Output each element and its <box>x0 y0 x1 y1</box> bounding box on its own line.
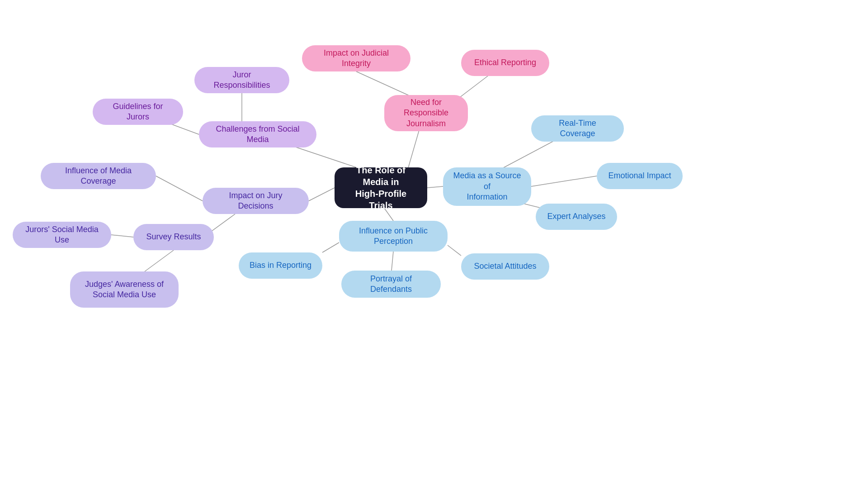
expert-analyses-node: Expert Analyses <box>536 204 617 230</box>
svg-line-13 <box>111 235 133 237</box>
guidelines-jurors-label: Guidelines for Jurors <box>103 101 173 123</box>
impact-jury-node: Impact on Jury Decisions <box>203 188 309 214</box>
portrayal-defendants-label: Portrayal of Defendants <box>351 274 431 295</box>
survey-results-label: Survey Results <box>146 232 201 242</box>
realtime-coverage-node: Real-Time Coverage <box>531 115 624 142</box>
influence-media-cov-node: Influence of Media Coverage <box>41 163 156 189</box>
realtime-coverage-label: Real-Time Coverage <box>541 118 614 139</box>
ethical-reporting-node: Ethical Reporting <box>461 50 549 76</box>
expert-analyses-label: Expert Analyses <box>547 211 605 222</box>
ethical-reporting-label: Ethical Reporting <box>474 57 536 68</box>
svg-line-18 <box>448 245 461 256</box>
need-responsible-label: Need for Responsible Journalism <box>394 97 458 129</box>
need-responsible-node: Need for Responsible Journalism <box>384 95 468 131</box>
survey-results-node: Survey Results <box>133 224 214 250</box>
svg-line-8 <box>531 176 597 186</box>
svg-line-14 <box>145 250 174 271</box>
impact-judicial-node: Impact on Judicial Integrity <box>302 45 410 71</box>
svg-line-6 <box>427 186 443 188</box>
jurors-social-node: Jurors' Social Media Use <box>13 222 111 248</box>
societal-attitudes-label: Societal Attitudes <box>474 261 536 271</box>
emotional-impact-node: Emotional Impact <box>597 163 683 189</box>
center-label: The Role of Media in High-Profile Trials <box>344 164 417 211</box>
svg-line-16 <box>322 243 339 252</box>
jurors-social-label: Jurors' Social Media Use <box>23 224 101 246</box>
juror-responsibilities-node: Juror Responsibilities <box>194 67 289 93</box>
emotional-impact-label: Emotional Impact <box>608 171 671 181</box>
judges-awareness-label: Judges' Awareness of Social Media Use <box>80 279 169 300</box>
portrayal-defendants-node: Portrayal of Defendants <box>341 271 441 298</box>
media-source-label: Media as a Source of Information <box>453 171 521 202</box>
bias-reporting-label: Bias in Reporting <box>250 260 311 271</box>
influence-public-label: Influence on Public Perception <box>349 226 438 247</box>
juror-responsibilities-label: Juror Responsibilities <box>204 70 279 91</box>
challenges-social-node: Challenges from Social Media <box>199 121 316 147</box>
challenges-social-label: Challenges from Social Media <box>209 124 307 145</box>
media-source-node: Media as a Source of Information <box>443 167 531 206</box>
influence-public-node: Influence on Public Perception <box>339 221 448 252</box>
societal-attitudes-node: Societal Attitudes <box>461 253 549 280</box>
impact-jury-label: Impact on Jury Decisions <box>212 190 299 212</box>
svg-line-17 <box>392 252 393 271</box>
svg-line-10 <box>309 188 335 201</box>
guidelines-jurors-node: Guidelines for Jurors <box>93 99 183 125</box>
center-node: The Role of Media in High-Profile Trials <box>335 167 427 208</box>
impact-judicial-label: Impact on Judicial Integrity <box>312 48 401 69</box>
influence-media-cov-label: Influence of Media Coverage <box>51 166 146 187</box>
svg-line-11 <box>156 176 203 201</box>
judges-awareness-node: Judges' Awareness of Social Media Use <box>70 271 179 308</box>
bias-reporting-node: Bias in Reporting <box>239 252 322 279</box>
